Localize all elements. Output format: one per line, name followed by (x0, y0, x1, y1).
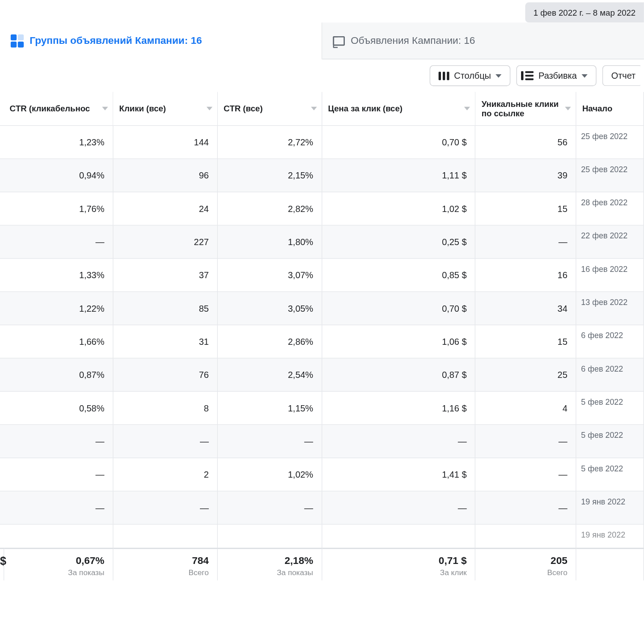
cell-date: 6 фев 2022 (576, 358, 644, 391)
cell-date: 19 янв 2022 (576, 491, 644, 524)
gutter-cell (0, 458, 4, 491)
cell-clicks: 37 (113, 258, 217, 292)
cell-ctr-link: 1,22% (4, 292, 113, 325)
cell-ctr-link: 0,94% (4, 159, 113, 192)
cell-unique: — (475, 225, 576, 258)
gutter-cell (0, 491, 4, 524)
cell-unique: 25 (475, 358, 576, 391)
cell-date: 13 фев 2022 (576, 292, 644, 325)
cell-cpc: — (322, 424, 475, 458)
table-row[interactable]: 1,33%373,07%0,85 $1616 фев 2022 (0, 258, 644, 292)
col-ctr-all[interactable]: CTR (все) (217, 92, 322, 126)
cell-cpc: — (322, 491, 475, 524)
gutter-cell (0, 258, 4, 292)
tabs-row: Группы объявлений Кампании: 16 Объявлени… (0, 22, 644, 59)
reports-button[interactable]: Отчет (602, 65, 640, 86)
tab-adsets[interactable]: Группы объявлений Кампании: 16 (0, 22, 322, 59)
cell-ctr-all: 2,72% (217, 126, 322, 159)
cell-date: 5 фев 2022 (576, 391, 644, 424)
sort-icon (311, 107, 317, 110)
cell-unique: — (475, 491, 576, 524)
cell-date: 5 фев 2022 (576, 424, 644, 458)
cell-date: 25 фев 2022 (576, 126, 644, 159)
gutter-cell (0, 358, 4, 391)
cell-cpc: 1,41 $ (322, 458, 475, 491)
cell-clicks: 85 (113, 292, 217, 325)
cell-date: 5 фев 2022 (576, 458, 644, 491)
cell-ctr-all: 3,07% (217, 258, 322, 292)
gutter-cell (0, 391, 4, 424)
cell-date: 28 фев 2022 (576, 192, 644, 225)
col-ctr-link[interactable]: CTR (кликабельнос (4, 92, 113, 126)
table-row[interactable]: 0,94%962,15%1,11 $3925 фев 2022 (0, 159, 644, 192)
cell-cpc: 0,25 $ (322, 225, 475, 258)
cell-ctr-all: — (217, 491, 322, 524)
table-row[interactable]: —21,02%1,41 $—5 фев 2022 (0, 458, 644, 491)
cell-date: 6 фев 2022 (576, 325, 644, 358)
cell-clicks: — (113, 424, 217, 458)
cell-ctr-link: 1,66% (4, 325, 113, 358)
col-cpc-all[interactable]: Цена за клик (все) (322, 92, 475, 126)
cell-clicks: 8 (113, 391, 217, 424)
chevron-down-icon (496, 74, 502, 77)
metrics-table: CTR (кликабельнос Клики (все) CTR (все) … (0, 92, 644, 580)
col-start-date[interactable]: Начало (576, 92, 644, 126)
table-row[interactable]: 1,23%1442,72%0,70 $5625 фев 2022 (0, 126, 644, 159)
total-cpc: 0,71 $За клик (322, 548, 475, 580)
cell-ctr-link: 1,23% (4, 126, 113, 159)
col-clicks-all[interactable]: Клики (все) (113, 92, 217, 126)
date-range-selector[interactable]: 1 фев 2022 г. – 8 мар 2022 (525, 2, 644, 22)
col-unique-clicks[interactable]: Уникальные клики по ссылке (475, 92, 576, 126)
tab-ads[interactable]: Объявления Кампании: 16 (322, 22, 644, 59)
cell-unique: 56 (475, 126, 576, 159)
cell-date: 16 фев 2022 (576, 258, 644, 292)
cell-clicks: 96 (113, 159, 217, 192)
cell-ctr-link: 1,33% (4, 258, 113, 292)
table-row[interactable]: —————19 янв 2022 (0, 491, 644, 524)
cell-date: 22 фев 2022 (576, 225, 644, 258)
gutter-cell (0, 292, 4, 325)
cell-ctr-all: 2,82% (217, 192, 322, 225)
cell-cpc: 1,02 $ (322, 192, 475, 225)
table-row[interactable]: —————5 фев 2022 (0, 424, 644, 458)
sort-icon (565, 107, 571, 110)
cell-ctr-link: — (4, 424, 113, 458)
tab-label: Группы объявлений Кампании: 16 (30, 35, 202, 47)
cell-unique: 16 (475, 258, 576, 292)
table-row[interactable]: 0,87%762,54%0,87 $256 фев 2022 (0, 358, 644, 391)
cell-cpc: 0,87 $ (322, 358, 475, 391)
cell-cpc: 0,70 $ (322, 292, 475, 325)
gutter-cell (0, 424, 4, 458)
cell-ctr-all: 3,05% (217, 292, 322, 325)
table-header-row: CTR (кликабельнос Клики (все) CTR (все) … (0, 92, 644, 126)
cell-clicks: 24 (113, 192, 217, 225)
breakdown-button[interactable]: Разбивка (517, 65, 597, 86)
table-row[interactable]: 1,76%242,82%1,02 $1528 фев 2022 (0, 192, 644, 225)
cell-clicks: 144 (113, 126, 217, 159)
cell-unique: 39 (475, 159, 576, 192)
cell-ctr-all: 2,54% (217, 358, 322, 391)
totals-row: $ 0,67%За показы 784Всего 2,18%За показы… (0, 548, 644, 580)
button-label: Отчет (611, 71, 636, 81)
table-row[interactable]: —2271,80%0,25 $—22 фев 2022 (0, 225, 644, 258)
total-ctr-link: 0,67%За показы (4, 548, 113, 580)
cell-clicks: 31 (113, 325, 217, 358)
sort-icon (102, 107, 108, 110)
cell-ctr-link: 1,76% (4, 192, 113, 225)
cell-ctr-link: — (4, 491, 113, 524)
table-row[interactable]: 0,58%81,15%1,16 $45 фев 2022 (0, 391, 644, 424)
columns-button[interactable]: Столбцы (430, 65, 511, 86)
table-row[interactable]: 1,22%853,05%0,70 $3413 фев 2022 (0, 292, 644, 325)
cell-clicks: 2 (113, 458, 217, 491)
table-row-partial: 19 янв 2022 (0, 524, 644, 548)
cell-ctr-all: 1,80% (217, 225, 322, 258)
cell-unique: 15 (475, 325, 576, 358)
breakdown-icon (525, 71, 534, 80)
cell-ctr-all: 1,02% (217, 458, 322, 491)
cell-clicks: 227 (113, 225, 217, 258)
gutter-cell (0, 126, 4, 159)
cell-ctr-link: 0,87% (4, 358, 113, 391)
table-row[interactable]: 1,66%312,86%1,06 $156 фев 2022 (0, 325, 644, 358)
cell-unique: — (475, 424, 576, 458)
button-label: Столбцы (454, 71, 491, 81)
